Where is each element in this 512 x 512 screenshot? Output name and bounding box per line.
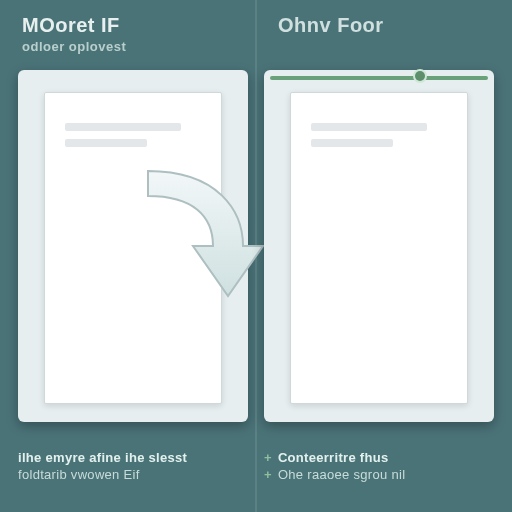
left-caption-line2: foldtarib vwowen Eif [18, 466, 248, 484]
doc-text-line [65, 139, 147, 147]
left-subtitle: odloer oplovest [22, 39, 240, 55]
right-panel [264, 70, 494, 422]
plus-icon: + [264, 467, 272, 482]
left-panel-surface [18, 70, 248, 422]
right-header: Ohnv Foor [256, 0, 512, 43]
doc-text-line [65, 123, 181, 131]
right-caption: +Conteerritre fhus +Ohe raaoee sgrou nil [264, 449, 494, 484]
panel-handle-icon [415, 71, 425, 81]
left-title: MOoret IF [22, 14, 240, 37]
right-document [290, 92, 468, 404]
left-column: MOoret IF odloer oplovest [0, 0, 256, 512]
left-panel [18, 70, 248, 422]
left-document [44, 92, 222, 404]
left-caption-line1: ilhe emyre afine ihe slesst [18, 449, 248, 467]
right-title: Ohnv Foor [278, 14, 496, 37]
right-panel-surface [264, 70, 494, 422]
left-header: MOoret IF odloer oplovest [0, 0, 256, 61]
right-caption-line1: +Conteerritre fhus [264, 449, 494, 467]
doc-text-line [311, 139, 393, 147]
left-caption: ilhe emyre afine ihe slesst foldtarib vw… [18, 449, 248, 484]
right-column: Ohnv Foor +Conteerritre fhus +Ohe raaoee… [256, 0, 512, 512]
plus-icon: + [264, 450, 272, 465]
doc-text-line [311, 123, 427, 131]
right-caption-line2: +Ohe raaoee sgrou nil [264, 466, 494, 484]
